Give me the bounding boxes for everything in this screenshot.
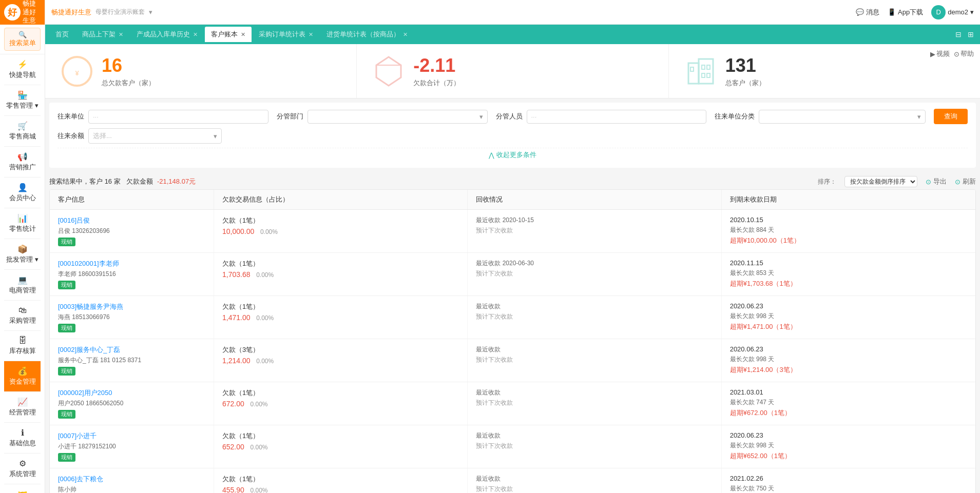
overdue-date-3: 2020.06.23 xyxy=(730,345,967,353)
sidebar-item-10[interactable]: 💰资金管理 xyxy=(4,361,41,392)
customer-name-2[interactable]: [0003]畅捷服务尹海燕 xyxy=(58,302,205,311)
filter-unit-input[interactable]: ··· xyxy=(88,110,268,124)
overdue-amount-5[interactable]: 超期¥652.00（1笔） xyxy=(730,451,967,461)
tab-inbound[interactable]: 进货单统计表（按商品） ✕ xyxy=(320,27,414,42)
tab-products[interactable]: 商品上下架 ✕ xyxy=(76,27,129,42)
customer-name-3[interactable]: [0002]服务中心_丁磊 xyxy=(58,345,205,354)
sort-select[interactable]: 按欠款金额倒序排序 xyxy=(844,176,917,187)
nav-icon: 🤝 xyxy=(6,489,39,493)
sidebar-item-11[interactable]: 📈经营管理 xyxy=(4,392,41,423)
customer-name-4[interactable]: [000002]用户2050 xyxy=(58,388,205,398)
debt-count-1: 欠款（1笔） xyxy=(222,259,459,268)
tab-close-purchase[interactable]: ✕ xyxy=(309,31,313,38)
overdue-amount-4[interactable]: 超期¥672.00（1笔） xyxy=(730,408,967,418)
sidebar-item-4[interactable]: 👤会员中心 xyxy=(4,178,41,208)
sidebar-item-0[interactable]: ⚡快捷导航 xyxy=(4,54,41,85)
svg-rect-4 xyxy=(688,63,699,84)
debt-count-5: 欠款（1笔） xyxy=(222,431,459,441)
overdue-date-5: 2020.06.23 xyxy=(730,431,967,439)
nav-label: 批发管理 ▾ xyxy=(6,255,39,264)
th-customer: 客户信息 xyxy=(50,190,214,209)
stat-card-total-actions: ▶ 视频 ⊙ 帮助 xyxy=(930,49,974,58)
tab-close-customer[interactable]: ✕ xyxy=(241,31,245,38)
td-customer-2: [0003]畅捷服务尹海燕 海燕 18513066976 现销 xyxy=(50,296,214,339)
search-menu-btn[interactable]: 🔍 搜索菜单 xyxy=(4,28,41,51)
sidebar-item-14[interactable]: 🤝企业协同 xyxy=(4,484,41,493)
debt-ratio-5: 0.00% xyxy=(250,444,267,451)
td-debt-6: 欠款（1笔） 455.90 0.00% xyxy=(214,468,468,493)
dropdown-icon[interactable]: ▾ xyxy=(149,8,152,16)
sidebar-item-8[interactable]: 🛍采购管理 xyxy=(4,301,41,331)
debt-amount-4: 672.00 xyxy=(222,400,244,408)
filter-dept-select[interactable]: ▾ xyxy=(308,110,488,124)
recent-collection-0: 最近收款 2020-10-15 xyxy=(476,216,713,225)
debt-ratio-0: 0.00% xyxy=(260,228,278,235)
sidebar-nav: ⚡快捷导航🏪零售管理 ▾🛒零售商城📢营销推广👤会员中心📊零售统计📦批发管理 ▾💻… xyxy=(4,54,41,493)
filter-label-balance: 往来余额 xyxy=(57,131,84,141)
customer-phone-1: 李老师 18600391516 xyxy=(58,270,205,279)
filter-category-arrow: ▾ xyxy=(917,113,921,121)
overdue-amount-1[interactable]: 超期¥1,703.68（1笔） xyxy=(730,279,967,288)
sidebar-item-5[interactable]: 📊零售统计 xyxy=(4,208,41,239)
customer-name-6[interactable]: [0006]去下粮仓 xyxy=(58,475,205,484)
overdue-amount-2[interactable]: 超期¥1,471.00（1笔） xyxy=(730,322,967,331)
customer-phone-6: 陈小帅 xyxy=(58,485,205,493)
tab-customer-account[interactable]: 客户账本 ✕ xyxy=(205,27,252,42)
customer-name-5[interactable]: [0007]小进千 xyxy=(58,431,205,441)
nav-label: 采购管理 xyxy=(6,316,39,325)
next-collection-1: 预计下次收款 xyxy=(476,269,713,278)
svg-rect-8 xyxy=(702,73,705,77)
refresh-btn[interactable]: ⊙ 刷新 xyxy=(955,177,976,186)
customer-name-0[interactable]: [0016]吕俊 xyxy=(58,216,205,225)
nav-label: 营销推广 xyxy=(6,163,39,172)
tab-close-inbound[interactable]: ✕ xyxy=(403,31,408,38)
sidebar-item-13[interactable]: ⚙系统管理 xyxy=(4,453,41,484)
video-btn[interactable]: ▶ 视频 xyxy=(930,49,950,58)
filter-label-unit: 往来单位 xyxy=(57,112,84,121)
tab-home[interactable]: 首页 xyxy=(49,27,75,42)
search-menu-item[interactable]: 🔍 搜索菜单 xyxy=(0,25,45,54)
sidebar-item-12[interactable]: ℹ基础信息 xyxy=(4,423,41,453)
recent-collection-2: 最近收款 xyxy=(476,302,713,311)
sidebar-item-3[interactable]: 📢营销推广 xyxy=(4,147,41,178)
tab-production[interactable]: 产成品入库单历史 ✕ xyxy=(130,27,204,42)
message-btn[interactable]: 💬 消息 xyxy=(856,8,879,17)
sidebar-item-1[interactable]: 🏪零售管理 ▾ xyxy=(4,85,41,116)
sidebar-item-2[interactable]: 🛒零售商城 xyxy=(4,116,41,147)
logo-text: 畅捷通好生意 xyxy=(23,0,41,25)
sidebar-item-7[interactable]: 💻电商管理 xyxy=(4,270,41,301)
topbar: 畅捷通好生意 母婴行业演示账套 ▾ 💬 消息 📱 App下载 D demo2 ▾ xyxy=(45,0,980,25)
stat-value-debt: -2.11 xyxy=(413,54,460,76)
filter-category-select[interactable]: ▾ xyxy=(759,110,926,124)
diamond-icon xyxy=(372,55,405,88)
main-content: 畅捷通好生意 母婴行业演示账套 ▾ 💬 消息 📱 App下载 D demo2 ▾… xyxy=(45,0,980,493)
query-button[interactable]: 查询 xyxy=(934,109,968,124)
filter-balance-select[interactable]: 选择... ▾ xyxy=(88,128,222,144)
filter-person-input[interactable]: ··· xyxy=(527,110,707,124)
sidebar-item-9[interactable]: 🗄库存核算 xyxy=(4,331,41,361)
overdue-amount-0[interactable]: 超期¥10,000.00（1笔） xyxy=(730,236,967,245)
tab-purchase[interactable]: 采购订单统计表 ✕ xyxy=(253,27,319,42)
filter-collapse[interactable]: ⋀ 收起更多条件 xyxy=(57,148,968,162)
overdue-amount-3[interactable]: 超期¥1,214.00（3笔） xyxy=(730,365,967,374)
tabs-shrink-btn[interactable]: ⊟ xyxy=(953,29,964,40)
tab-close-production[interactable]: ✕ xyxy=(193,31,198,38)
topbar-right: 💬 消息 📱 App下载 D demo2 ▾ xyxy=(856,5,974,19)
tabs-expand-btn[interactable]: ⊞ xyxy=(966,29,976,40)
table-row: [0016]吕俊 吕俊 13026203696 现销 欠款（1笔） 10,000… xyxy=(50,210,975,253)
filter-label-category: 往来单位分类 xyxy=(715,112,755,121)
tab-close-products[interactable]: ✕ xyxy=(119,31,123,38)
overdue-days-1: 最长欠款 853 天 xyxy=(730,269,967,278)
tabs-actions: ⊟ ⊞ xyxy=(953,29,976,40)
result-info: 搜索结果中，客户 16 家 欠款金额 -21,148.07元 xyxy=(49,177,196,186)
sidebar-item-6[interactable]: 📦批发管理 ▾ xyxy=(4,239,41,270)
customer-name-1[interactable]: [0001020001]李老师 xyxy=(58,259,205,268)
user-menu[interactable]: D demo2 ▾ xyxy=(931,5,974,19)
help-btn[interactable]: ⊙ 帮助 xyxy=(954,49,974,58)
stat-value-customers: 16 xyxy=(102,54,155,76)
export-btn[interactable]: ⊙ 导出 xyxy=(926,177,947,186)
svg-marker-2 xyxy=(376,57,401,86)
app-download-btn[interactable]: 📱 App下载 xyxy=(888,8,923,17)
export-icon: ⊙ xyxy=(926,178,931,186)
debt-count-6: 欠款（1笔） xyxy=(222,475,459,484)
